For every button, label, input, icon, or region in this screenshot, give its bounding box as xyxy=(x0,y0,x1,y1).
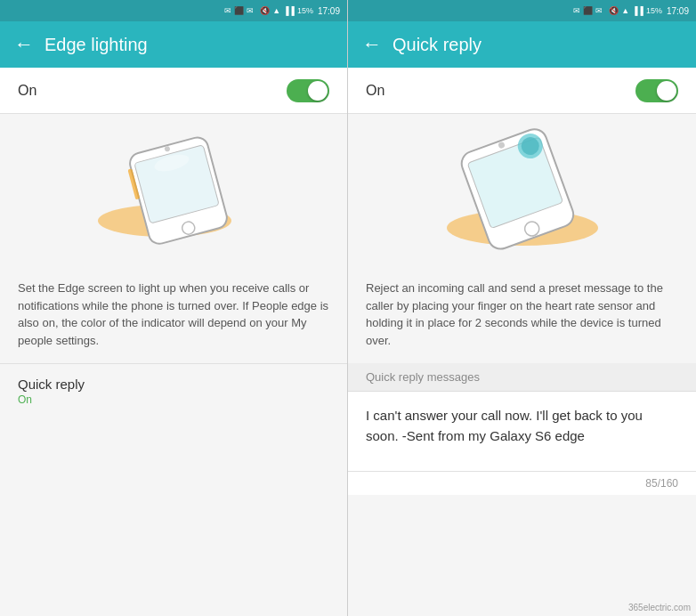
top-bar-1: ← Edge lighting xyxy=(0,21,347,68)
time-1: 17:09 xyxy=(318,6,340,16)
msg-icon: ✉ xyxy=(247,6,254,15)
toggle-row-2: On xyxy=(348,68,696,114)
quick-reply-nav-item[interactable]: Quick reply On xyxy=(0,364,347,411)
qr-message-text: I can't answer your call now. I'll get b… xyxy=(366,408,643,443)
quick-reply-panel: ✉ ⬛ ✉ 🔇 ▲ ▐▐ 15% 17:09 ← Quick reply On xyxy=(348,0,696,616)
page-title-2: Quick reply xyxy=(393,35,482,55)
mail-icon-2: ✉ xyxy=(573,6,580,15)
phone-svg-1 xyxy=(93,127,254,252)
time-2: 17:09 xyxy=(667,6,689,16)
signal-icon-2: ▐▐ xyxy=(632,6,643,15)
phone-illustration-2 xyxy=(348,114,696,265)
page-title-1: Edge lighting xyxy=(45,35,148,55)
back-button-1[interactable]: ← xyxy=(14,33,34,56)
status-bar-2: ✉ ⬛ ✉ 🔇 ▲ ▐▐ 15% 17:09 xyxy=(348,0,696,21)
mute-icon-2: 🔇 xyxy=(609,6,619,15)
wifi-icon-2: ▲ xyxy=(621,6,629,15)
msg-icon-2: ✉ xyxy=(595,6,603,15)
edge-lighting-panel: ✉ ⬛ ✉ 🔇 ▲ ▐▐ 15% 17:09 ← Edge lighting O… xyxy=(0,0,348,616)
qr-messages-label: Quick reply messages xyxy=(348,363,696,392)
description-area-1: Set the Edge screen to light up when you… xyxy=(0,265,347,363)
toggle-row-1: On xyxy=(0,68,347,114)
mute-icon-1: 🔇 xyxy=(260,6,270,15)
toggle-label-2: On xyxy=(366,83,384,99)
top-bar-2: ← Quick reply xyxy=(348,21,696,68)
gallery-icon-2: ⬛ xyxy=(583,6,593,15)
watermark: 365electric.com xyxy=(628,603,691,612)
status-icons-2: ✉ ⬛ ✉ 🔇 ▲ ▐▐ 15% 17:09 xyxy=(573,6,689,16)
battery-text-1: 15% xyxy=(297,6,313,15)
battery-text-2: 15% xyxy=(646,6,662,15)
quick-reply-item-title: Quick reply xyxy=(18,377,329,392)
back-button-2[interactable]: ← xyxy=(362,33,382,56)
description-text-1: Set the Edge screen to light up when you… xyxy=(18,280,329,349)
toggle-switch-2[interactable] xyxy=(635,79,678,102)
description-text-2: Reject an incoming call and send a prese… xyxy=(366,280,678,349)
quick-reply-item-sub: On xyxy=(18,393,329,406)
qr-message-content[interactable]: I can't answer your call now. I'll get b… xyxy=(348,392,696,472)
status-bar-1: ✉ ⬛ ✉ 🔇 ▲ ▐▐ 15% 17:09 xyxy=(0,0,347,21)
wifi-icon-1: ▲ xyxy=(272,6,280,15)
phone-svg-2 xyxy=(433,123,611,256)
toggle-label-1: On xyxy=(18,83,36,99)
char-count: 85/160 xyxy=(348,472,696,495)
status-icons-1: ✉ ⬛ ✉ 🔇 ▲ ▐▐ 15% 17:09 xyxy=(224,6,340,16)
toggle-switch-1[interactable] xyxy=(287,79,329,102)
description-area-2: Reject an incoming call and send a prese… xyxy=(348,265,696,363)
signal-icon-1: ▐▐ xyxy=(283,6,295,15)
mail-icon-1: ✉ xyxy=(224,6,231,15)
phone-illustration-1 xyxy=(0,114,347,265)
gallery-icon: ⬛ xyxy=(234,6,244,15)
